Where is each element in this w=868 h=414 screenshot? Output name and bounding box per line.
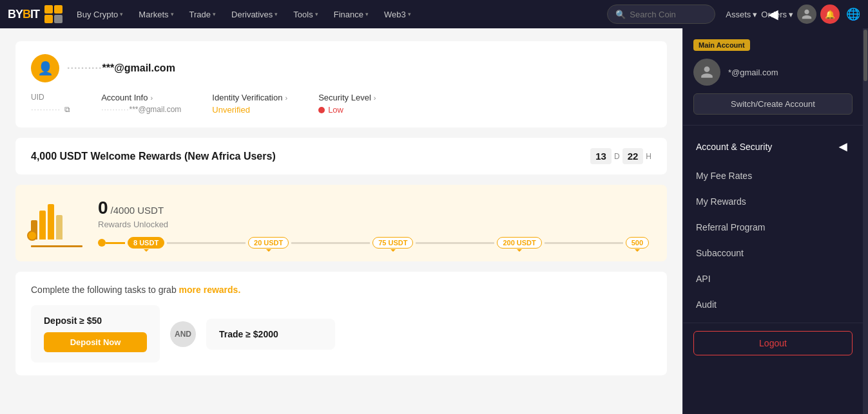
identity-status: Unverified [212,105,287,115]
chevron-down-icon: ▾ [753,10,757,19]
chevron-down-icon: ▾ [120,11,123,17]
email-sub-blurred: ·········· [101,105,129,114]
logout-button[interactable]: Logout [693,331,853,355]
timer-hours-label: H [646,152,651,161]
sidebar-item-referral[interactable]: Referral Program [683,214,863,240]
sidebar-item-account-security[interactable]: Account & Security ◄ [683,131,863,163]
nav-buy-crypto[interactable]: Buy Crypto ▾ [70,10,130,19]
deposit-task-title: Deposit ≥ $50 [44,315,147,326]
security-status: Low [318,105,376,115]
user-avatar[interactable]: ◄ [797,5,816,24]
email-prefix-blurred: ·········· [67,62,102,73]
progress-empty-line-4 [545,242,623,244]
progress-empty-line-3 [416,242,494,244]
user-avatar-icon [700,65,714,79]
account-info-link[interactable]: Account Info › [101,93,181,102]
progress-filled-line [106,242,125,244]
nav-tools[interactable]: Tools ▾ [287,10,324,19]
nav-markets[interactable]: Markets ▾ [132,10,180,19]
timer-days-value: 13 [590,148,612,164]
nav-derivatives[interactable]: Derivatives ▾ [225,10,284,19]
sidebar-item-subaccount[interactable]: Subaccount [683,240,863,266]
progress-empty-line [167,242,246,244]
rewards-banner: 4,000 USDT Welcome Rewards (New Africa U… [15,138,667,174]
milestone-500-usdt: 500 [626,237,649,249]
notification-icon: 🔔 [825,10,835,19]
grid-icon[interactable] [44,5,63,23]
notification-bell[interactable]: 🔔 [820,5,840,24]
account-email-sub: ··········***@gmail.com [101,105,181,114]
coin-icon [27,231,37,241]
language-selector[interactable]: 🌐 [846,7,860,21]
chevron-down-icon: ▾ [213,11,216,17]
chevron-right-icon: › [150,94,153,102]
nav-finance[interactable]: Finance ▾ [327,10,375,19]
tasks-section: Complete the following tasks to grab mor… [15,272,667,375]
deposit-now-button[interactable]: Deposit Now [44,332,147,352]
chevron-down-icon: ▾ [315,11,318,17]
account-header-card: 👤 ··········***@gmail.com UID ··········… [15,41,667,127]
sidebar-account-section: Main Account *@gmail.com Switch/Create A… [683,28,863,126]
sidebar-avatar [693,59,720,86]
sidebar-logout-section: Logout [683,323,863,363]
security-link[interactable]: Security Level › [318,93,376,102]
account-info-section: Account Info › ··········***@gmail.com [101,93,181,114]
trade-task-card: Trade ≥ $2000 [206,319,335,350]
tasks-header: Complete the following tasks to grab mor… [31,285,651,295]
sidebar-item-audit[interactable]: Audit [683,292,863,317]
rewards-amount-suffix: /4000 USDT [111,205,164,216]
chart-baseline [31,245,82,247]
account-security-arrow: ◄ [836,138,850,155]
scrollbar-track[interactable] [863,28,868,414]
chevron-down-icon: ▾ [789,10,793,19]
and-divider: AND [170,321,196,347]
nav-trade[interactable]: Trade ▾ [183,10,222,19]
identity-link[interactable]: Identity Verification › [212,93,287,102]
chevron-down-icon: ▾ [365,11,369,17]
sidebar-user-email: *@gmail.com [728,68,778,77]
copy-icon[interactable]: ⧉ [64,105,70,114]
search-bar[interactable]: 🔍 [607,5,715,24]
orders-button[interactable]: Orders ▾ [761,10,793,19]
progress-start-dot [98,239,106,247]
sidebar-item-api[interactable]: API [683,266,863,292]
logo[interactable]: BYBIT [8,8,39,21]
tasks-row: Deposit ≥ $50 Deposit Now AND Trade ≥ $2… [31,305,651,362]
chevron-down-icon: ▾ [275,11,278,17]
chevron-right-icon: › [285,94,287,102]
uid-section: UID ·········· ⧉ [31,93,70,114]
identity-section: Identity Verification › Unverified [212,93,287,115]
security-section: Security Level › Low [318,93,376,115]
deposit-task-card: Deposit ≥ $50 Deposit Now [31,305,160,362]
assets-button[interactable]: Assets ▾ [726,10,757,19]
nav-web3[interactable]: Web3 ▾ [378,10,418,19]
timer-days-label: D [614,152,620,161]
main-account-badge: Main Account [693,39,750,51]
user-icon [801,8,813,20]
chevron-down-icon: ▾ [408,11,411,17]
search-icon: 🔍 [615,10,626,19]
switch-create-account-button[interactable]: Switch/Create Account [693,93,853,115]
milestone-200-usdt: 200 USDT [497,237,541,249]
security-dot-icon [318,107,325,113]
rewards-info: 0 /4000 USDT Rewards Unlocked 8 USDT 20 … [98,198,651,249]
nav-right-section: Assets ▾ Orders ▾ ◄ 🔔 🌐 [726,5,860,24]
account-info-row: UID ·········· ⧉ Account Info › ········… [31,93,651,115]
scrollbar-thumb[interactable] [863,30,867,81]
chevron-right-icon: › [374,94,376,102]
rewards-banner-title: 4,000 USDT Welcome Rewards (New Africa U… [31,151,580,162]
rewards-progress: 8 USDT 20 USDT 75 USDT 200 USDT [98,237,651,249]
sidebar-item-fee-rates[interactable]: My Fee Rates [683,163,863,189]
search-input[interactable] [630,10,707,19]
milestone-75-usdt: 75 USDT [372,237,413,249]
rewards-timer: 13 D 22 H [590,148,651,164]
content-area: 👤 ··········***@gmail.com UID ··········… [0,28,682,414]
rewards-card: 0 /4000 USDT Rewards Unlocked 8 USDT 20 … [15,185,667,261]
rewards-illustration [31,201,82,246]
sidebar-menu: Account & Security ◄ My Fee Rates My Rew… [683,126,863,323]
rewards-amount: 0 [98,198,108,218]
account-email: ··········***@gmail.com [67,62,175,74]
chevron-down-icon: ▾ [171,11,174,17]
sidebar-item-my-rewards[interactable]: My Rewards [683,189,863,214]
user-menu-dropdown: Main Account *@gmail.com Switch/Create A… [682,28,863,414]
